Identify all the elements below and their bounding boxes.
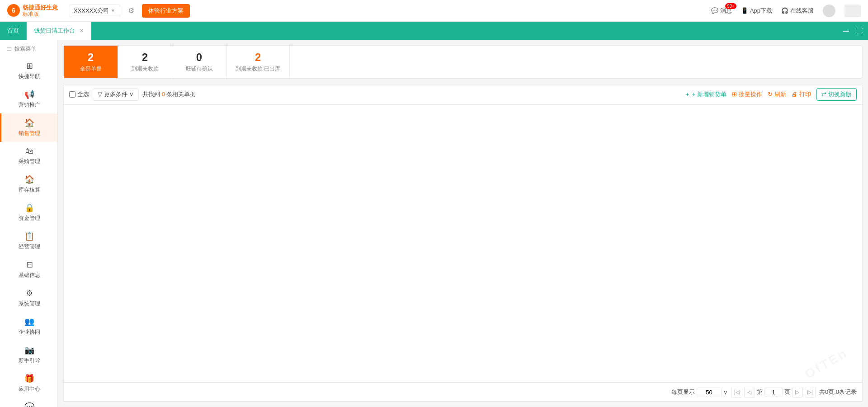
add-icon: ＋ xyxy=(684,90,690,98)
logo-area: 6 畅捷通好生意 标准版 xyxy=(7,4,65,18)
avatar[interactable] xyxy=(823,5,835,17)
tab-cash-work[interactable]: 钱货日清工作台 ✕ xyxy=(27,22,91,40)
content-area: 2 全部单据 2 到期未收款 0 旺辅待确认 2 到期未收款 已出库 全选 xyxy=(58,40,868,407)
nav-tabs-right: — ⛶ xyxy=(841,22,868,40)
stats-tab-overdue-unshipped[interactable]: 2 到期未收款 已出库 xyxy=(226,46,290,78)
online-service-button[interactable]: 🎧 在线客服 xyxy=(781,7,814,15)
select-all-input[interactable] xyxy=(69,91,75,98)
finance-icon: 🔒 xyxy=(24,203,34,213)
message-icon: 💬 xyxy=(711,7,718,14)
sales-icon: 🏠 xyxy=(24,118,34,128)
sidebar-item-purchase-label: 采购管理 xyxy=(19,158,40,165)
switch-new-version-button[interactable]: ⇄ 切换新版 xyxy=(816,88,857,101)
gear-icon[interactable]: ⚙ xyxy=(124,4,138,18)
minimize-icon[interactable]: — xyxy=(841,25,851,36)
found-text: 共找到 0 条相关单据 xyxy=(142,90,196,98)
nav-tabs-bar: 首页 钱货日清工作台 ✕ — ⛶ xyxy=(0,22,868,40)
filter-label: 更多条件 xyxy=(104,90,127,98)
guide-icon: 📷 xyxy=(24,345,34,355)
sidebar-item-purchase[interactable]: 🛍 采购管理 xyxy=(0,142,57,170)
stats-tab-overdue-unshipped-count: 2 xyxy=(236,51,280,64)
stats-tabs: 2 全部单据 2 到期未收款 0 旺辅待确认 2 到期未收款 已出库 xyxy=(63,45,863,79)
wechat-icon: 💬 xyxy=(24,402,34,407)
sidebar-item-finance-label: 资金管理 xyxy=(19,215,40,222)
message-badge: 99+ xyxy=(725,3,736,9)
stats-tab-wangwang-count: 0 xyxy=(181,51,217,64)
prev-page-button[interactable]: ◁ xyxy=(744,387,755,398)
next-page-button[interactable]: ▷ xyxy=(792,387,803,398)
sidebar-item-wechat[interactable]: 💬 企业微信 xyxy=(0,398,57,407)
select-all-checkbox[interactable]: 全选 xyxy=(69,90,89,98)
page-size-input[interactable] xyxy=(697,388,722,397)
total-records: 共0页,0条记录 xyxy=(819,388,857,396)
sidebar-item-quick-nav[interactable]: ⊞ 快捷导航 xyxy=(0,56,57,85)
add-sale-order-label: + 新增销货单 xyxy=(692,90,726,98)
stats-tab-overdue-unpaid[interactable]: 2 到期未收款 xyxy=(118,46,172,78)
top-bar: 6 畅捷通好生意 标准版 XXXXXX公司 ▼ ⚙ 体验行业方案 💬 消息 99… xyxy=(0,0,868,22)
online-service-label: 在线客服 xyxy=(790,7,814,15)
logo-text: 畅捷通好生意 标准版 xyxy=(23,4,58,18)
page-label: 第 xyxy=(757,388,763,396)
trial-button[interactable]: 体验行业方案 xyxy=(142,4,190,18)
sidebar-item-marketing[interactable]: 📢 营销推广 xyxy=(0,85,57,113)
sidebar-item-system-label: 系统管理 xyxy=(19,300,40,308)
stats-tab-all[interactable]: 2 全部单据 xyxy=(64,46,118,78)
sidebar-item-finance[interactable]: 🔒 资金管理 xyxy=(0,198,57,227)
tab-home[interactable]: 首页 xyxy=(0,22,27,40)
marketing-icon: 📢 xyxy=(24,89,34,99)
logo-icon: 6 xyxy=(7,4,20,17)
sidebar-item-guide[interactable]: 📷 新手引导 xyxy=(0,341,57,369)
tab-cash-work-label: 钱货日清工作台 xyxy=(34,27,75,35)
add-sale-order-button[interactable]: ＋ + 新增销货单 xyxy=(684,90,726,98)
sidebar-item-inventory-label: 库存核算 xyxy=(19,186,40,194)
download-icon: 📱 xyxy=(741,7,748,14)
pagination: 每页显示 ∨ |◁ ◁ 第 页 ▷ ▷| 共0页,0条记录 xyxy=(63,383,863,402)
basic-info-icon: ⊟ xyxy=(26,260,33,270)
sidebar-item-sales[interactable]: 🏠 销售管理 xyxy=(0,113,57,142)
sidebar-item-basic-info[interactable]: ⊟ 基础信息 xyxy=(0,255,57,284)
stats-tab-overdue-unpaid-count: 2 xyxy=(127,51,163,64)
refresh-label: 刷新 xyxy=(774,90,786,98)
service-icon: 🎧 xyxy=(781,7,788,14)
first-page-button[interactable]: |◁ xyxy=(731,387,742,398)
filter-arrow-icon: ∨ xyxy=(129,91,134,98)
sidebar-item-enterprise[interactable]: 👥 企业协同 xyxy=(0,312,57,341)
table-area xyxy=(63,104,863,383)
search-menu-item[interactable]: ☰ 搜索菜单 xyxy=(0,42,57,56)
refresh-button[interactable]: ↻ 刷新 xyxy=(768,90,786,98)
sidebar-item-operations[interactable]: 📋 经营管理 xyxy=(0,227,57,255)
stats-tab-wangwang-label: 旺辅待确认 xyxy=(181,65,217,73)
refresh-icon: ↻ xyxy=(768,91,773,98)
batch-operation-button[interactable]: ⊞ 批量操作 xyxy=(732,90,762,98)
sidebar-item-operations-label: 经营管理 xyxy=(19,243,40,251)
sidebar-item-app-center[interactable]: 🎁 应用中心 xyxy=(0,369,57,398)
last-page-button[interactable]: ▷| xyxy=(805,387,816,398)
search-menu-label: 搜索菜单 xyxy=(14,45,36,53)
enterprise-icon: 👥 xyxy=(24,317,34,327)
company-selector[interactable]: XXXXXX公司 ▼ xyxy=(69,5,120,17)
page-size-selector: 每页显示 ∨ xyxy=(671,388,728,397)
user-name-display xyxy=(844,5,861,17)
sidebar: ☰ 搜索菜单 ⊞ 快捷导航 📢 营销推广 🏠 销售管理 🛍 采购管理 🏠 库存核… xyxy=(0,40,58,407)
more-filters-button[interactable]: ▽ 更多条件 ∨ xyxy=(93,88,139,101)
close-icon[interactable]: ✕ xyxy=(80,28,84,34)
app-download-label: App下载 xyxy=(750,7,772,15)
app-download-button[interactable]: 📱 App下载 xyxy=(741,7,772,15)
stats-tab-overdue-unpaid-label: 到期未收款 xyxy=(127,65,163,73)
chevron-down-page-icon[interactable]: ∨ xyxy=(723,389,728,396)
sidebar-item-marketing-label: 营销推广 xyxy=(19,101,40,109)
sidebar-item-system[interactable]: ⚙ 系统管理 xyxy=(0,284,57,312)
batch-icon: ⊞ xyxy=(732,91,737,98)
print-label: 打印 xyxy=(799,90,811,98)
stats-tab-wangwang[interactable]: 0 旺辅待确认 xyxy=(172,46,226,78)
page-navigation: |◁ ◁ 第 页 ▷ ▷| xyxy=(731,387,816,398)
chevron-down-icon: ▼ xyxy=(111,8,115,13)
current-page-input[interactable] xyxy=(764,388,783,397)
expand-icon[interactable]: ⛶ xyxy=(854,25,864,36)
toolbar-left: 全选 ▽ 更多条件 ∨ 共找到 0 条相关单据 xyxy=(69,88,681,101)
main-layout: ☰ 搜索菜单 ⊞ 快捷导航 📢 营销推广 🏠 销售管理 🛍 采购管理 🏠 库存核… xyxy=(0,40,868,407)
sidebar-item-sales-label: 销售管理 xyxy=(19,130,40,137)
print-button[interactable]: 🖨 打印 xyxy=(792,90,811,98)
sidebar-item-inventory[interactable]: 🏠 库存核算 xyxy=(0,170,57,198)
message-button[interactable]: 💬 消息 99+ xyxy=(711,7,732,15)
